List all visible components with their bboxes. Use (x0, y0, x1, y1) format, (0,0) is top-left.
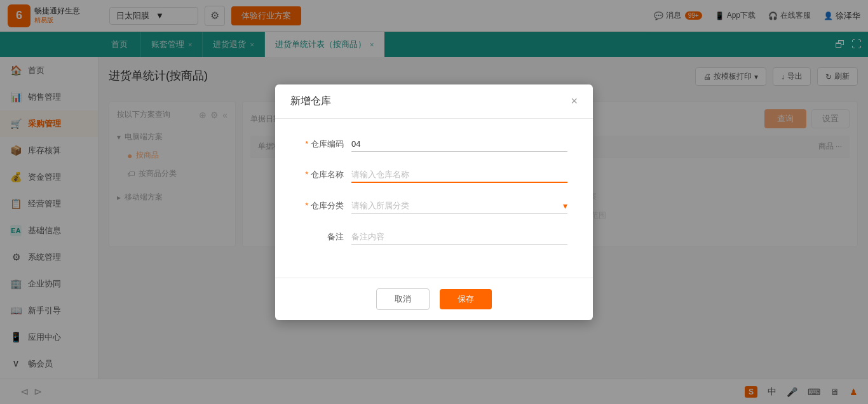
dialog-footer: 取消 保存 (275, 278, 593, 320)
select-arrow-icon[interactable]: ▾ (563, 201, 567, 211)
save-button[interactable]: 保存 (440, 289, 492, 309)
form-row-code: 仓库编码 (301, 137, 567, 152)
category-select[interactable]: ▾ (351, 198, 567, 214)
cancel-button[interactable]: 取消 (376, 288, 430, 310)
note-label: 备注 (301, 231, 351, 243)
form-row-name: 仓库名称 (301, 167, 567, 183)
form-row-note: 备注 (301, 229, 567, 245)
category-input[interactable] (351, 201, 563, 210)
dialog-title: 新增仓库 (290, 95, 331, 108)
form-row-category: 仓库分类 ▾ (301, 198, 567, 214)
add-warehouse-dialog: 新增仓库 × 仓库编码 仓库名称 仓库分类 ▾ (275, 84, 593, 320)
code-input[interactable] (351, 137, 567, 152)
name-input[interactable] (351, 167, 567, 183)
dialog-close-button[interactable]: × (571, 95, 578, 107)
dialog-body: 仓库编码 仓库名称 仓库分类 ▾ 备注 (275, 119, 593, 278)
code-label: 仓库编码 (301, 138, 351, 150)
category-label: 仓库分类 (301, 200, 351, 212)
modal-overlay: 新增仓库 × 仓库编码 仓库名称 仓库分类 ▾ (0, 0, 868, 404)
note-input[interactable] (351, 229, 567, 245)
dialog-header: 新增仓库 × (275, 84, 593, 119)
name-label: 仓库名称 (301, 169, 351, 180)
